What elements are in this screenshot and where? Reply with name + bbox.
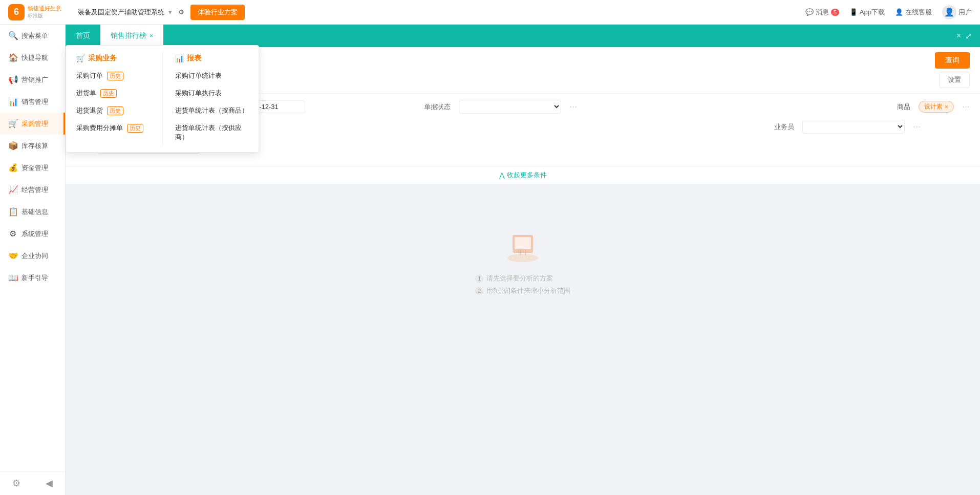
menu-item-purchase-expense[interactable]: 采购费用分摊单 历史 (70, 119, 156, 137)
menu-item-purchase-order[interactable]: 采购订单 历史 (70, 67, 156, 84)
salesperson-label: 业务员 (774, 122, 794, 132)
sidebar-item-finance[interactable]: 💰 资金管理 (0, 157, 65, 179)
menu-item-goods-return[interactable]: 进货退货 历史 (70, 102, 156, 119)
report-section-icon: 📊 (175, 54, 184, 62)
purchase-icon: 🛒 (8, 119, 17, 128)
message-item[interactable]: 💬 消息 5 (805, 8, 839, 17)
inventory-icon: 📦 (8, 141, 17, 150)
voucher-status-select[interactable] (459, 100, 561, 114)
toolbar-right: 查询 设置 (935, 52, 970, 88)
goods-more[interactable]: ··· (962, 101, 970, 112)
voucher-status-more[interactable]: ··· (569, 101, 577, 112)
svg-point-0 (507, 254, 538, 262)
logo-area: 6 畅捷通好生意 标准版 (8, 4, 74, 20)
guide-icon: 📖 (8, 273, 17, 283)
tab-expand-btn[interactable]: ⤢ (965, 31, 972, 41)
settings-button[interactable]: 设置 (939, 72, 970, 88)
menu-item-report-2[interactable]: 进货单统计表（按商品） (169, 102, 255, 119)
marketing-icon: 📢 (8, 75, 17, 84)
history-badge-2: 历史 (107, 106, 123, 115)
finance-icon: 💰 (8, 163, 17, 173)
sidebar-item-sales[interactable]: 📊 销售管理 (0, 91, 65, 113)
sidebar-item-basic-info[interactable]: 📋 基础信息 (0, 201, 65, 223)
menu-item-report-3[interactable]: 进货单统计表（按供应商） (169, 119, 255, 146)
system-dropdown-icon[interactable]: ▾ (168, 8, 172, 16)
tab-bar: 首页 销售排行榜 × × ⤢ (66, 25, 980, 47)
cooperation-icon: 🤝 (8, 251, 17, 261)
bullet-1: 1 (475, 274, 483, 283)
history-badge-1: 历史 (100, 89, 117, 98)
industry-btn[interactable]: 体验行业方案 (190, 5, 245, 20)
collapse-btn[interactable]: ⋀ 收起更多条件 (66, 166, 980, 184)
tab-sales-rank[interactable]: 销售排行榜 × (100, 25, 163, 47)
sidebar: 🔍 搜索菜单 🏠 快捷导航 📢 营销推广 📊 销售管理 🛒 采购管理 📦 (0, 25, 66, 495)
sidebar-item-system[interactable]: ⚙ 系统管理 (0, 223, 65, 245)
history-badge-3: 历史 (127, 124, 143, 133)
purchase-section-title: 🛒 采购业务 (70, 52, 156, 67)
sidebar-item-purchase[interactable]: 🛒 采购管理 (0, 113, 65, 135)
headset-icon: 👤 (895, 8, 903, 16)
sidebar-item-nav[interactable]: 🏠 快捷导航 (0, 47, 65, 69)
tab-actions: × ⤢ (956, 31, 980, 41)
phone-icon: 📱 (849, 8, 858, 16)
sidebar-item-inventory[interactable]: 📦 库存核算 (0, 135, 65, 157)
report-section: 📊 报表 采购订单统计表 采购订单执行表 进货单统计表（按商品） 进货单统计表（… (165, 52, 259, 146)
salesperson-more[interactable]: ··· (913, 121, 921, 132)
sidebar-item-operations[interactable]: 📈 经营管理 (0, 179, 65, 201)
tab-close-icon[interactable]: × (150, 32, 153, 39)
menu-divider (162, 52, 163, 146)
user-avatar: 👤 (942, 5, 956, 19)
logo-subtitle: 标准版 (28, 12, 61, 19)
svg-rect-2 (515, 237, 531, 249)
system-title-area: 装备及固定资产辅助管理系统 ▾ ⚙ (78, 8, 184, 17)
history-badge-0: 历史 (107, 72, 123, 80)
goods-label: 商品 (897, 102, 910, 112)
app-download-item[interactable]: 📱 App下载 (849, 8, 885, 17)
tab-close-window-btn[interactable]: × (956, 31, 961, 40)
sidebar-item-search[interactable]: 🔍 搜索菜单 (0, 25, 65, 47)
voucher-status-label: 单据状态 (424, 102, 451, 112)
online-service-item[interactable]: 👤 在线客服 (895, 8, 932, 17)
sidebar-item-cooperation[interactable]: 🤝 企业协同 (0, 245, 65, 267)
bullet-2: 2 (475, 287, 483, 295)
search-icon: 🔍 (8, 31, 17, 40)
empty-text-1: 1 请先选择要分析的方案 (475, 274, 553, 283)
user-area[interactable]: 👤 用户 (942, 5, 972, 19)
sidebar-settings-btn[interactable]: ⚙ (12, 478, 20, 489)
message-badge: 5 (831, 9, 839, 16)
message-icon: 💬 (805, 8, 814, 16)
top-bar-right: 💬 消息 5 📱 App下载 👤 在线客服 👤 用户 (805, 5, 972, 19)
salesperson-select[interactable] (802, 120, 905, 134)
menu-item-report-1[interactable]: 采购订单执行表 (169, 84, 255, 102)
purchase-dropdown-menu: 🛒 采购业务 采购订单 历史 进货单 历史 进货退货 历史 采购费用分摊单 历史… (66, 45, 259, 153)
report-section-title: 📊 报表 (169, 52, 255, 67)
app-logo: 6 (8, 4, 25, 20)
query-button[interactable]: 查询 (935, 52, 970, 69)
menu-item-report-0[interactable]: 采购订单统计表 (169, 67, 255, 84)
system-title-text: 装备及固定资产辅助管理系统 (78, 8, 164, 17)
empty-state: 1 请先选择要分析的方案 2 用[过滤]条件来缩小分析范围 (66, 184, 980, 336)
sidebar-item-marketing[interactable]: 📢 营销推广 (0, 69, 65, 91)
basic-info-icon: 📋 (8, 207, 17, 217)
system-icon: ⚙ (8, 229, 17, 239)
home-icon: 🏠 (8, 53, 17, 62)
sidebar-bottom: ⚙ ◀ (0, 471, 65, 495)
goods-chip-remove[interactable]: × (945, 103, 948, 111)
empty-text-2: 2 用[过滤]条件来缩小分析范围 (475, 286, 570, 295)
top-bar: 6 畅捷通好生意 标准版 装备及固定资产辅助管理系统 ▾ ⚙ 体验行业方案 💬 … (0, 0, 980, 25)
menu-item-goods-in[interactable]: 进货单 历史 (70, 84, 156, 102)
settings-gear-icon[interactable]: ⚙ (178, 8, 184, 16)
sidebar-item-guide[interactable]: 📖 新手引导 (0, 267, 65, 289)
sidebar-collapse-btn[interactable]: ◀ (46, 478, 53, 489)
empty-illustration (497, 225, 548, 266)
goods-chip: 设计素 × (919, 101, 954, 113)
tab-home[interactable]: 首页 (66, 25, 100, 47)
collapse-icon: ⋀ (499, 171, 505, 179)
logo-text: 畅捷通好生意 (28, 5, 61, 12)
purchase-section-icon: 🛒 (76, 54, 85, 62)
operations-icon: 📈 (8, 185, 17, 195)
purchase-section: 🛒 采购业务 采购订单 历史 进货单 历史 进货退货 历史 采购费用分摊单 历史 (66, 52, 160, 146)
sales-icon: 📊 (8, 97, 17, 106)
